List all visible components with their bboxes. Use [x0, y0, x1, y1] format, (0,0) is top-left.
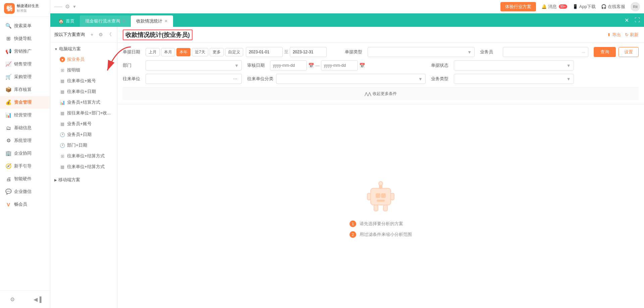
sidebar-item-sales[interactable]: 📈 销售管理: [0, 58, 50, 70]
calendar-icon-from[interactable]: 📅: [308, 63, 314, 68]
mobile-group-header[interactable]: ▶ 移动端方案: [50, 175, 117, 185]
sidebar-item-basic-info[interactable]: 🗂 基础信息: [0, 121, 50, 134]
scheme-item-salesperson-account[interactable]: ▦ 业务员+账号: [50, 118, 117, 129]
scheme-item-dept-date[interactable]: 🕐 部门+日期: [50, 140, 117, 151]
date-from-input[interactable]: [246, 47, 283, 57]
invoice-type-select[interactable]: ▼: [368, 47, 475, 57]
date-btn-more[interactable]: 更多: [210, 48, 224, 56]
empty-step-2: 2 用过滤条件来缩小分析范围: [350, 231, 412, 238]
scheme-item-label: 往来单位+账号: [67, 78, 96, 84]
sidebar-item-purchase[interactable]: 🛒 采购管理: [0, 70, 50, 83]
sidebar-item-guide[interactable]: 🧭 新手引导: [0, 160, 50, 172]
filter-invoice-date: 单据日期 上月 本月 本年 近7天 更多 自定义 至: [123, 47, 339, 57]
calendar-icon-to[interactable]: 📅: [359, 63, 365, 68]
filter-invoice-status: 单据状态 ▼: [431, 60, 574, 70]
date-btn-this-year[interactable]: 本年: [176, 48, 191, 56]
date-btn-last-month[interactable]: 上月: [146, 48, 160, 56]
scheme-item-salesperson-settlement[interactable]: 📊 业务员+结算方式: [50, 97, 117, 108]
chevron-down-icon[interactable]: ▼: [72, 4, 76, 9]
expand-window-btn[interactable]: ⛶: [633, 16, 641, 24]
svg-rect-7: [391, 193, 394, 200]
sidebar-item-system[interactable]: ⚙ 系统管理: [0, 134, 50, 147]
filter-settings-button[interactable]: 设置: [619, 47, 639, 57]
tab-receipts-stats-close[interactable]: ✕: [164, 19, 168, 23]
review-date-separator: —: [315, 63, 320, 68]
scheme-item-partner-settlement2[interactable]: ▦ 往来单位+结算方式: [50, 161, 117, 172]
sidebar-item-finance[interactable]: 💰 资金管理: [0, 96, 50, 109]
scheme-item-partner-account[interactable]: ▦ 往来单位+账号: [50, 75, 117, 86]
scheme-item-partner-date[interactable]: ▦ 往来单位+日期: [50, 86, 117, 97]
sidebar-item-enterprise[interactable]: 🏢 企业协同: [0, 147, 50, 160]
online-service-btn[interactable]: 🎧 在线客服: [601, 4, 625, 10]
scheme-item-partner-settlement[interactable]: ⊞ 往来单位+结算方式: [50, 151, 117, 161]
tab-bar-right: ✕ ⛶: [623, 13, 641, 27]
dept-select[interactable]: ▼: [146, 60, 242, 70]
date-to-input[interactable]: [290, 47, 327, 57]
search-menu-icon: 🔍: [5, 23, 11, 29]
collapse-chevron-icon: ⋀⋀: [365, 92, 371, 96]
sidebar-item-operations[interactable]: 📊 经营管理: [0, 109, 50, 121]
partner-date-icon: ▦: [60, 89, 65, 94]
sidebar-item-wechat[interactable]: 💬 企业微信: [0, 185, 50, 198]
scheme-collapse-btn[interactable]: 《: [106, 31, 113, 38]
user-avatar[interactable]: Rit: [631, 2, 640, 11]
date-btn-custom[interactable]: 自定义: [225, 48, 243, 56]
gear-icon[interactable]: ⚙: [65, 3, 70, 10]
chevron-down-icon: ▼: [467, 50, 472, 55]
scheme-item-by-salesperson[interactable]: ● 按业务员: [50, 54, 117, 65]
date-btn-this-month[interactable]: 本月: [161, 48, 175, 56]
trial-button[interactable]: 体验行业方案: [500, 2, 536, 11]
scheme-item-salesperson-date[interactable]: 🕐 业务员+日期: [50, 129, 117, 140]
date-separator: 至: [284, 49, 288, 55]
scheme-item-by-detail[interactable]: ⊞ 按明细: [50, 65, 117, 75]
messages-btn[interactable]: 🔔 消息 99+: [541, 4, 567, 10]
partner-category-select[interactable]: ▼: [276, 74, 426, 84]
basic-info-icon: 🗂: [5, 125, 11, 131]
refresh-btn[interactable]: ↻ 刷新: [625, 32, 639, 38]
sidebar-item-quick-nav[interactable]: ⊞ 快捷导航: [0, 32, 50, 45]
service-icon: 🎧: [601, 4, 606, 9]
sidebar-item-marketing[interactable]: 📢 营销推广: [0, 45, 50, 58]
sidebar-collapse-btn[interactable]: ◀▐: [32, 293, 44, 305]
filter-row-2: 部门 ▼ 审核日期 📅 — 📅: [123, 60, 639, 70]
sidebar-item-smart-hw[interactable]: 🖨 智能硬件: [0, 172, 50, 185]
tab-bank-flow-close[interactable]: ✕: [122, 19, 125, 23]
app-download-btn[interactable]: 📱 App下载: [573, 4, 596, 10]
partner-account-icon: ▦: [60, 78, 65, 84]
date-btn-last-7-days[interactable]: 近7天: [192, 48, 208, 56]
sidebar-settings-btn[interactable]: ⚙: [6, 293, 18, 305]
desktop-group-header[interactable]: ▼ 电脑端方案: [50, 44, 117, 54]
collapse-bar[interactable]: ⋀⋀ 收起更多条件: [123, 87, 639, 100]
scheme-settings-btn[interactable]: ⚙: [97, 31, 104, 38]
chevron-down-icon: ▼: [418, 76, 423, 82]
invoice-type-label: 单据类型: [345, 49, 365, 55]
partner-select[interactable]: ···: [146, 74, 242, 84]
scheme-item-label: 按往来单位+部门+收...: [67, 110, 111, 116]
tab-bank-flow[interactable]: 现金银行流水查询 ✕: [80, 15, 131, 27]
tab-home[interactable]: 🏠 首页: [53, 15, 80, 27]
tab-receipts-stats[interactable]: 收款情况统计 ✕: [131, 15, 173, 27]
desktop-group-arrow: ▼: [54, 47, 58, 51]
business-type-select[interactable]: ▼: [454, 74, 574, 84]
salesperson-select[interactable]: ···: [503, 47, 588, 57]
smart-hw-icon: 🖨: [5, 176, 11, 182]
invoice-status-select[interactable]: ▼: [454, 60, 574, 70]
sidebar-item-search-menu[interactable]: 🔍 搜索菜单: [0, 19, 50, 32]
logo-version: 标准版: [17, 8, 39, 13]
online-service-label: 在线客服: [608, 4, 625, 10]
review-from-input[interactable]: [270, 60, 307, 70]
mobile-group-label: 移动端方案: [58, 177, 80, 183]
query-button[interactable]: 查询: [594, 47, 616, 57]
close-window-btn[interactable]: ✕: [623, 16, 631, 24]
sidebar-item-member[interactable]: V 畅会员: [0, 198, 50, 211]
review-to-input[interactable]: [321, 60, 358, 70]
logo-app-name: 畅捷通好生意: [17, 3, 39, 8]
scheme-add-btn[interactable]: +: [88, 31, 96, 38]
sidebar-item-inventory[interactable]: 📦 库存核算: [0, 83, 50, 96]
sidebar-item-label: 营销推广: [14, 48, 32, 54]
more-dots-icon[interactable]: ···: [233, 76, 237, 82]
scheme-item-partner-dept[interactable]: ▦ 按往来单位+部门+收...: [50, 108, 117, 118]
sidebar-item-label: 搜索菜单: [14, 23, 32, 29]
sidebar-item-label: 智能硬件: [14, 176, 32, 182]
export-btn[interactable]: ⬆ 导出: [607, 32, 621, 38]
